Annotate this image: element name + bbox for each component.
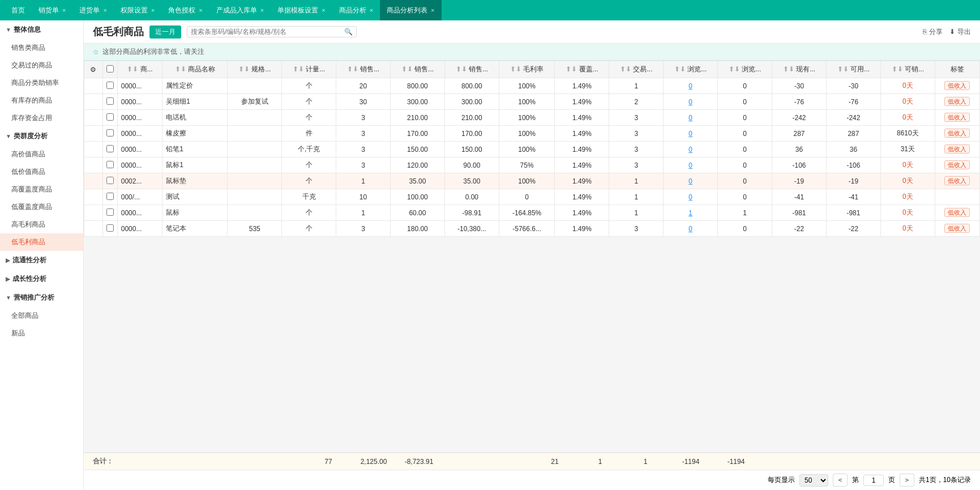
sort-icon[interactable]: ⬆⬇ — [456, 65, 467, 73]
close-icon[interactable]: × — [260, 7, 264, 14]
col-gear[interactable]: ⚙ — [84, 61, 103, 78]
row-view2: 0 — [718, 126, 772, 142]
row-checkbox[interactable] — [102, 221, 117, 237]
close-icon[interactable]: × — [103, 7, 106, 14]
row-view1[interactable]: 0 — [664, 221, 718, 237]
sidebar-group-growth[interactable]: ▶ 成长性分析 — [0, 270, 83, 288]
row-checkbox[interactable] — [102, 94, 117, 110]
sort-icon[interactable]: ⬆⬇ — [127, 65, 138, 73]
row-tag: 低收入 — [935, 94, 979, 110]
row-view1[interactable]: 0 — [664, 126, 718, 142]
per-page-select[interactable]: 50 20 100 — [799, 474, 828, 487]
close-icon[interactable]: × — [370, 7, 373, 14]
row-view1[interactable]: 0 — [664, 157, 718, 173]
sidebar-item-high-value[interactable]: 高价值商品 — [0, 146, 83, 163]
nav-product-inbound[interactable]: 产成品入库单 × — [209, 0, 271, 20]
page-input[interactable] — [863, 475, 884, 486]
sidebar-group-overall[interactable]: ▼ 整体信息 — [0, 20, 83, 39]
sidebar-item-high-coverage[interactable]: 高覆盖度商品 — [0, 181, 83, 198]
share-button[interactable]: ⎘ 分享 — [923, 27, 943, 37]
col-unit: ⬆⬇ 计量... — [282, 61, 336, 78]
sort-icon[interactable]: ⬆⬇ — [674, 65, 686, 73]
sidebar-item-low-value[interactable]: 低价值商品 — [0, 163, 83, 181]
row-select-checkbox[interactable] — [106, 97, 114, 105]
row-current-stock: -981 — [772, 205, 827, 221]
sort-icon[interactable]: ⬆⬇ — [401, 65, 413, 73]
nav-purchase-order[interactable]: 进货单 × — [72, 0, 113, 20]
filter-button[interactable]: 近一月 — [149, 25, 181, 39]
nav-permissions[interactable]: 权限设置 × — [114, 0, 161, 20]
sidebar-item-low-margin[interactable]: 低毛利商品 — [0, 233, 83, 251]
table-row: 0000... 铅笔1 个,千克 3 150.00 150.00 100% 1.… — [84, 142, 980, 157]
row-select-checkbox[interactable] — [106, 224, 114, 232]
sidebar-item-stock-products[interactable]: 有库存的商品 — [0, 92, 83, 109]
sort-icon[interactable]: ⬆⬇ — [510, 65, 521, 73]
nav-home[interactable]: 首页 — [5, 0, 32, 20]
sort-icon[interactable]: ⬆⬇ — [175, 65, 186, 73]
sidebar-item-sales-products[interactable]: 销售类商品 — [0, 39, 83, 57]
sidebar-group-circulation[interactable]: ▶ 流通性分析 — [0, 251, 83, 270]
row-view1[interactable]: 0 — [664, 94, 718, 110]
sidebar: ▼ 整体信息 销售类商品 交易过的商品 商品分类助销率 有库存的商品 库存资金占… — [0, 20, 84, 490]
row-select-checkbox[interactable] — [106, 208, 114, 216]
sidebar-item-low-coverage[interactable]: 低覆盖度商品 — [0, 198, 83, 216]
sort-icon[interactable]: ⬆⬇ — [837, 65, 849, 73]
sidebar-item-high-margin[interactable]: 高毛利商品 — [0, 216, 83, 233]
close-icon[interactable]: × — [199, 7, 202, 14]
nav-product-analysis[interactable]: 商品分析 × — [332, 0, 380, 20]
sidebar-item-traded-products[interactable]: 交易过的商品 — [0, 57, 83, 74]
row-select-checkbox[interactable] — [106, 145, 114, 152]
search-icon[interactable]: 🔍 — [344, 28, 353, 36]
sidebar-group-marketing[interactable]: ▼ 营销推广分析 — [0, 288, 83, 307]
export-button[interactable]: ⬇ 导出 — [949, 27, 971, 37]
row-checkbox[interactable] — [102, 173, 117, 189]
sidebar-item-new-products[interactable]: 新品 — [0, 325, 83, 342]
next-page-button[interactable]: ＞ — [900, 474, 914, 487]
row-checkbox[interactable] — [102, 78, 117, 94]
row-code: 0000... — [117, 110, 162, 126]
close-icon[interactable]: × — [151, 7, 155, 14]
sort-icon[interactable]: ⬆⬇ — [620, 65, 631, 73]
sort-icon[interactable]: ⬆⬇ — [783, 65, 794, 73]
row-checkbox[interactable] — [102, 157, 117, 173]
sort-icon[interactable]: ⬆⬇ — [293, 65, 304, 73]
row-gear — [84, 221, 103, 237]
row-checkbox[interactable] — [102, 189, 117, 205]
row-view1[interactable]: 0 — [664, 78, 718, 94]
close-icon[interactable]: × — [431, 7, 434, 14]
nav-template-settings[interactable]: 单据模板设置 × — [271, 0, 332, 20]
row-checkbox[interactable] — [102, 110, 117, 126]
row-select-checkbox[interactable] — [106, 161, 114, 168]
sort-icon[interactable]: ⬆⬇ — [566, 65, 577, 73]
row-view1[interactable]: 1 — [664, 205, 718, 221]
nav-role-auth[interactable]: 角色授权 × — [161, 0, 209, 20]
row-select-checkbox[interactable] — [106, 193, 114, 200]
export-icon: ⬇ — [949, 28, 955, 36]
row-select-checkbox[interactable] — [106, 129, 114, 137]
row-checkbox[interactable] — [102, 126, 117, 142]
row-view1[interactable]: 0 — [664, 173, 718, 189]
sidebar-item-category-rate[interactable]: 商品分类助销率 — [0, 74, 83, 92]
row-view1[interactable]: 0 — [664, 142, 718, 157]
select-all-checkbox[interactable] — [106, 65, 114, 73]
row-select-checkbox[interactable] — [106, 177, 114, 184]
sort-icon[interactable]: ⬆⬇ — [729, 65, 740, 73]
nav-sales-order[interactable]: 销货单 × — [32, 0, 72, 20]
sort-icon[interactable]: ⬆⬇ — [347, 65, 358, 73]
close-icon[interactable]: × — [322, 7, 325, 14]
sidebar-group-cluster[interactable]: ▼ 类群度分析 — [0, 127, 83, 146]
sidebar-item-all-products[interactable]: 全部商品 — [0, 307, 83, 325]
row-checkbox[interactable] — [102, 142, 117, 157]
row-checkbox[interactable] — [102, 205, 117, 221]
sort-icon[interactable]: ⬆⬇ — [892, 65, 903, 73]
row-view1[interactable]: 0 — [664, 189, 718, 205]
sidebar-item-stock-capital[interactable]: 库存资金占用 — [0, 109, 83, 127]
prev-page-button[interactable]: ＜ — [833, 474, 848, 487]
row-view1[interactable]: 0 — [664, 110, 718, 126]
nav-product-analysis-list[interactable]: 商品分析列表 × — [380, 0, 441, 20]
close-icon[interactable]: × — [62, 7, 66, 14]
row-select-checkbox[interactable] — [106, 82, 114, 89]
sort-icon[interactable]: ⬆⬇ — [238, 65, 250, 73]
row-select-checkbox[interactable] — [106, 113, 114, 121]
search-input[interactable] — [191, 28, 342, 36]
